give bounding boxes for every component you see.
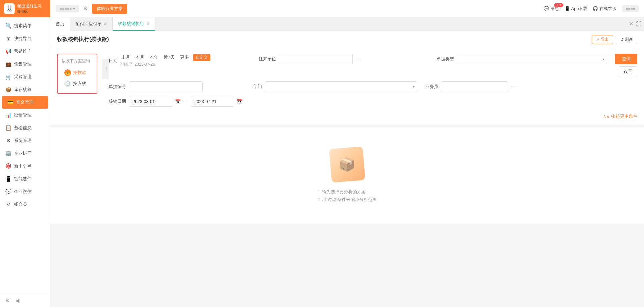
sidebar-item-0[interactable]: 🔍搜索菜单 <box>0 19 50 32</box>
sidebar-item-1[interactable]: ⊞快捷导航 <box>0 32 50 45</box>
tab-verify[interactable]: 收款核销执行 ✕ <box>113 17 155 31</box>
sidebar-label-11: 新手引导 <box>14 163 32 169</box>
tab-verify-label: 收款核销执行 <box>118 21 144 27</box>
message-count: 99+ <box>554 3 563 7</box>
sidebar-icon-9: ⚙ <box>5 138 11 144</box>
date-last-month[interactable]: 上月 <box>120 54 131 61</box>
app-logo-icon: 🐰 <box>4 3 15 14</box>
tip-num-0: 1 <box>318 188 320 196</box>
sidebar-item-5[interactable]: 📦库存核算 <box>0 83 50 96</box>
sidebar-icon-4: 🛒 <box>5 74 11 80</box>
panel-collapse-btn[interactable]: 《 <box>102 59 109 79</box>
refresh-icon: ↺ <box>620 37 624 42</box>
close-all-tabs-icon[interactable]: ✕ <box>629 21 633 27</box>
sidebar-label-13: 企业微信 <box>14 189 32 195</box>
verify-date-range: 📅 — 📅 <box>129 96 282 107</box>
sidebar-label-1: 快捷导航 <box>14 36 32 42</box>
export-button[interactable]: ↗ 导出 <box>592 35 613 44</box>
tab-prepay-close[interactable]: ✕ <box>104 22 107 27</box>
collapse-sidebar-icon[interactable]: ◀ <box>15 297 19 304</box>
settings-icon[interactable]: ⚙ <box>5 297 10 304</box>
message-badge-wrapper[interactable]: 💬 消息 99+ <box>544 6 559 12</box>
date-more[interactable]: 更多 <box>179 54 190 61</box>
sidebar-item-6[interactable]: 💳资金管理 <box>2 96 48 109</box>
salesperson-label: 业务员 <box>425 84 438 90</box>
sidebar-label-0: 搜索菜单 <box>14 23 32 29</box>
sidebar-icon-11: 🎯 <box>5 163 11 169</box>
sidebar-item-14[interactable]: V畅会员 <box>0 198 50 211</box>
user-info[interactable]: ■■■■ <box>622 5 639 12</box>
page-header-actions: ↗ 导出 ↺ 刷新 <box>592 35 637 44</box>
verify-date-start-input[interactable] <box>129 96 172 107</box>
date-separator: — <box>183 99 188 104</box>
sidebar-label-6: 资金管理 <box>16 99 34 105</box>
export-icon: ↗ <box>596 37 599 42</box>
sidebar-item-3[interactable]: 💼销售管理 <box>0 58 50 70</box>
verify-date-label: 核销日期 <box>109 98 126 104</box>
salesperson-more-btn[interactable]: ··· <box>511 84 517 90</box>
refresh-button[interactable]: ↺ 刷新 <box>616 35 637 44</box>
salesperson-input[interactable] <box>441 81 508 92</box>
counterparty-more-btn[interactable]: ··· <box>355 56 362 62</box>
sidebar-item-13[interactable]: 💬企业微信 <box>0 185 50 198</box>
empty-tip-1: 2用[过滤]条件来缩小分析范围 <box>318 196 377 203</box>
salesperson-field: 业务员 ··· <box>425 81 589 92</box>
sidebar-logo: 🐰 畅捷通好生意 标准版 <box>0 0 50 17</box>
page-title: 收款核销执行(按收款) <box>57 36 109 43</box>
receivable-label: 按应收 <box>73 81 86 87</box>
sidebar-item-4[interactable]: 🛒采购管理 <box>0 70 50 83</box>
date-this-month[interactable]: 本月 <box>134 54 146 61</box>
expand-tabs-icon[interactable]: ⛶ <box>636 21 641 27</box>
doc-type-field: 单据类型 ▾ <box>437 54 607 64</box>
gear-icon[interactable]: ⚙ <box>83 5 88 12</box>
solution-btn[interactable]: 体验行业方案 <box>92 4 127 14</box>
tab-verify-close[interactable]: ✕ <box>146 21 150 26</box>
verify-date-end-input[interactable] <box>191 96 234 107</box>
app-sub: 标准版 <box>17 9 42 14</box>
department-select[interactable] <box>265 81 417 92</box>
date-shortcuts: 上月 本月 本年 近7天 更多 自定义 <box>120 54 210 61</box>
empty-illustration: 📦 <box>329 146 365 183</box>
topbar: ■■■■■ ▾ ⚙ 体验行业方案 💬 消息 99+ 📱 App下载 🎧 在线客服… <box>50 0 644 17</box>
right-filter: 日期 上月 本月 本年 近7天 更多 自定义 不限 至 <box>109 54 637 119</box>
verify-date-start-cal[interactable]: 📅 <box>175 99 181 104</box>
sidebar-item-9[interactable]: ⚙系统管理 <box>0 134 50 147</box>
tab-prepay[interactable]: 预付冲应付单 ✕ <box>70 17 113 31</box>
sidebar-label-2: 营销推广 <box>14 48 32 54</box>
counterparty-input[interactable] <box>279 54 353 64</box>
collapse-more-btn[interactable]: ∧∧ 收起更多条件 <box>109 111 637 119</box>
sidebar-icon-2: 📢 <box>5 48 11 54</box>
tab-home[interactable]: 首页 <box>50 17 70 31</box>
date-custom-badge[interactable]: 自定义 <box>193 54 210 61</box>
department-label: 部门 <box>253 84 262 90</box>
doc-number-input[interactable] <box>129 81 203 92</box>
online-service-link[interactable]: 🎧 在线客服 <box>593 6 617 12</box>
doc-type-select[interactable] <box>457 54 607 64</box>
sidebar-item-10[interactable]: 🏢企业协同 <box>0 147 50 160</box>
sidebar-item-2[interactable]: 📢营销推广 <box>0 45 50 58</box>
sidebar-item-11[interactable]: 🎯新手引导 <box>0 160 50 172</box>
sidebar-item-12[interactable]: 📱智能硬件 <box>0 172 50 185</box>
verify-date-end-cal[interactable]: 📅 <box>237 99 243 104</box>
app-download-link[interactable]: 📱 App下载 <box>565 6 587 12</box>
empty-tip-0: 1请先选择要分析的方案 <box>318 188 377 196</box>
refresh-label: 刷新 <box>625 37 633 42</box>
scheme-by-receivable[interactable]: 🕐 按应收 <box>62 78 93 89</box>
sidebar: 🐰 畅捷通好生意 标准版 🔍搜索菜单⊞快捷导航📢营销推广💼销售管理🛒采购管理📦库… <box>0 0 50 307</box>
sidebar-icon-7: 📊 <box>5 112 11 118</box>
setting-button[interactable]: 设置 <box>619 66 637 77</box>
scheme-by-receipt[interactable]: 💰 按收款 <box>62 67 93 78</box>
export-label: 导出 <box>601 37 609 42</box>
query-button[interactable]: 查询 <box>615 54 637 64</box>
doc-type-select-wrapper: ▾ <box>457 54 607 64</box>
date-7days[interactable]: 近7天 <box>162 54 176 61</box>
empty-text: 1请先选择要分析的方案2用[过滤]条件来缩小分析范围 <box>318 188 377 204</box>
empty-state: 📦 1请先选择要分析的方案2用[过滤]条件来缩小分析范围 <box>50 127 644 224</box>
date-this-year[interactable]: 本年 <box>148 54 160 61</box>
sidebar-label-10: 企业协同 <box>14 150 32 156</box>
sidebar-icon-6: 💳 <box>7 99 13 105</box>
sidebar-item-7[interactable]: 📊经营管理 <box>0 109 50 121</box>
query-scheme-panel: 按以下方案查询 💰 按收款 🕐 按应收 <box>57 54 97 94</box>
brand-selector[interactable]: ■■■■■ ▾ <box>56 5 79 12</box>
sidebar-item-8[interactable]: 📋基础信息 <box>0 121 50 134</box>
